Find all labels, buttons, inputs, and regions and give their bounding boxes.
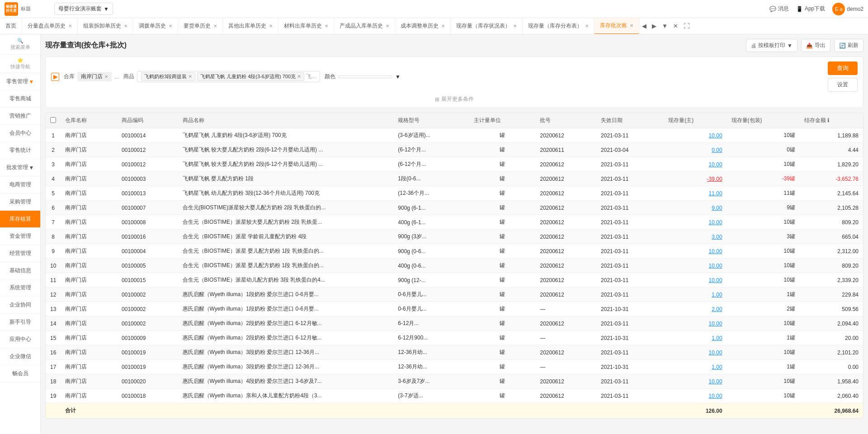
row-qty-main[interactable]: 1.00 — [664, 288, 726, 302]
wholesale-chevron-icon: ▼ — [29, 165, 34, 171]
sidebar-item-purchase[interactable]: 采购管理 — [0, 193, 40, 211]
row-code: 00100005 — [117, 259, 178, 273]
tab-3[interactable]: 调拨单历史 ✕ — [133, 18, 178, 34]
sidebar-item-retail-management[interactable]: 零售管理 ▼ — [0, 73, 40, 90]
tab-7[interactable]: 产成品入库单历史 ✕ — [334, 18, 395, 34]
tab-10-close[interactable]: ✕ — [585, 24, 589, 28]
quick-icon: ⭐ — [17, 57, 24, 63]
tab-6[interactable]: 材料出库单历史 ✕ — [278, 18, 334, 34]
product-chip-1-close[interactable]: ✕ — [188, 74, 192, 80]
template-print-button[interactable]: 🖨 按模板打印 ▼ — [746, 39, 797, 52]
sidebar-item-guide[interactable]: 新手引导 — [0, 314, 40, 331]
row-qty-main[interactable]: 10.00 — [664, 128, 726, 143]
tab-7-close[interactable]: ✕ — [386, 24, 389, 28]
table-wrap: 仓库名称 商品编码 商品名称 规格型号 主计量单位 批号 失效日期 现存量(主)… — [45, 113, 863, 419]
sidebar-item-marketing[interactable]: 营销推广 — [0, 108, 40, 125]
export-button[interactable]: 📤 导出 — [801, 39, 830, 52]
sidebar-item-basic[interactable]: 基础信息 — [0, 262, 40, 279]
nav-selector[interactable]: 母婴行业演示账套 ▼ — [54, 3, 113, 15]
expand-more-button[interactable]: ⊞ 展开更多条件 — [435, 95, 474, 103]
tab-1-close[interactable]: ✕ — [68, 24, 72, 28]
tab-nav-right[interactable]: ▶ — [649, 18, 659, 34]
sidebar-item-retail-stats[interactable]: 零售统计 — [0, 142, 40, 159]
tab-active[interactable]: 库存批次账 ✕ — [594, 18, 639, 34]
sidebar-item-wechat[interactable]: 企业微信 — [0, 348, 40, 365]
product-chip-2[interactable]: 飞鹤星飞帆 儿童奶粉 4段(3-6岁适用) 700克 ✕ — [197, 72, 304, 81]
user-area[interactable]: E a demo2 — [832, 3, 863, 15]
sidebar-item-finance[interactable]: 资金管理 — [0, 228, 40, 245]
select-all-checkbox[interactable] — [50, 117, 56, 123]
sidebar-item-ecommerce[interactable]: 电商管理 — [0, 176, 40, 193]
tab-6-close[interactable]: ✕ — [325, 24, 328, 28]
row-qty-pack: 1罐 — [727, 331, 800, 345]
messages-button[interactable]: 💬 消息 — [769, 5, 789, 13]
tab-4[interactable]: 要货单历史 ✕ — [178, 18, 223, 34]
row-qty-main[interactable]: 10.00 — [664, 389, 726, 403]
sidebar-item-collab[interactable]: 企业协同 — [0, 297, 40, 314]
filter-expand-arrow[interactable]: ▶ — [51, 73, 59, 81]
sidebar-item-vip[interactable]: 畅会员 — [0, 365, 40, 382]
row-batch: 20200612 — [535, 288, 596, 302]
app-download-button[interactable]: 📱 App下载 — [796, 5, 825, 13]
row-qty-main[interactable]: 10.00 — [664, 273, 726, 288]
tab-8[interactable]: 成本调整单历史 ✕ — [395, 18, 451, 34]
row-qty-main[interactable]: 10.00 — [664, 244, 726, 259]
row-qty-main[interactable]: -39.00 — [664, 172, 726, 186]
product-chip-2-close[interactable]: ✕ — [297, 74, 301, 80]
row-qty-main[interactable]: 2.00 — [664, 302, 726, 316]
row-spec: (12-36个月... — [393, 186, 469, 201]
row-qty-main[interactable]: 0.00 — [664, 143, 726, 157]
sidebar-item-inventory[interactable]: 库存核算 — [0, 211, 40, 228]
row-qty-main[interactable]: 11.00 — [664, 186, 726, 201]
sidebar-item-app-center[interactable]: 应用中心 — [0, 331, 40, 348]
row-batch: — — [535, 360, 596, 374]
sidebar-item-system[interactable]: 系统管理 — [0, 279, 40, 297]
tab-8-close[interactable]: ✕ — [441, 24, 445, 28]
table-row: 13 南岸门店 00100002 惠氏启醒（Wyeth illuma）1段奶粉 … — [46, 302, 863, 316]
tab-9-close[interactable]: ✕ — [513, 24, 517, 28]
sidebar-quick[interactable]: ⭐ 快捷导航 — [0, 55, 40, 73]
settings-button[interactable]: 设置 — [828, 78, 858, 92]
row-qty-main[interactable]: 1.00 — [664, 331, 726, 345]
sidebar-item-operations[interactable]: 经营管理 — [0, 245, 40, 262]
tab-1[interactable]: 分量盘点单历史 ✕ — [22, 18, 78, 34]
row-qty-main[interactable]: 3.00 — [664, 230, 726, 244]
query-button[interactable]: 查询 — [828, 61, 858, 75]
tab-nav-left[interactable]: ◀ — [639, 18, 649, 34]
tab-9[interactable]: 现存量（库存状况表） ✕ — [451, 18, 523, 34]
product-more[interactable]: 飞... — [306, 73, 316, 80]
tab-10[interactable]: 现存量（库存分布表） ✕ — [523, 18, 594, 34]
sidebar-item-wholesale[interactable]: 批发管理 ▼ — [0, 159, 40, 176]
sidebar-search[interactable]: 🔍 搜索菜单 — [0, 34, 40, 55]
refresh-button[interactable]: 🔄 刷新 — [834, 39, 863, 52]
tab-close-all[interactable]: ✕ — [670, 18, 681, 34]
warehouse-tag-close[interactable]: ✕ — [104, 74, 108, 79]
tab-fullscreen[interactable]: ⛶ — [681, 18, 692, 34]
product-chip-1[interactable]: 飞鹤奶粉3段两提装 ✕ — [141, 72, 195, 81]
tab-2-close[interactable]: ✕ — [124, 24, 127, 28]
warehouse-more[interactable]: ... — [114, 74, 119, 80]
tab-active-close[interactable]: ✕ — [630, 23, 633, 28]
row-qty-main[interactable]: 1.00 — [664, 360, 726, 374]
row-qty-main[interactable]: 10.00 — [664, 157, 726, 172]
row-qty-main[interactable]: 10.00 — [664, 345, 726, 360]
row-qty-main[interactable]: 10.00 — [664, 316, 726, 331]
row-qty-main[interactable]: 10.00 — [664, 215, 726, 230]
row-expire: 2021-03-11 — [596, 389, 664, 403]
sidebar-item-retail-shop[interactable]: 零售商城 — [0, 90, 40, 108]
row-qty-main[interactable]: 9.00 — [664, 201, 726, 215]
tab-5[interactable]: 其他出库单历史 ✕ — [223, 18, 278, 34]
warehouse-tag[interactable]: 南岸门店 ✕ — [77, 72, 112, 81]
color-filter-input[interactable] — [338, 75, 392, 78]
tab-2[interactable]: 组装拆卸单历史 ✕ — [78, 18, 133, 34]
tab-5-close[interactable]: ✕ — [269, 24, 273, 28]
tab-3-close[interactable]: ✕ — [169, 24, 172, 28]
tab-home[interactable]: 首页 — [0, 18, 22, 34]
row-qty-main[interactable]: 10.00 — [664, 374, 726, 389]
product-filter-input[interactable]: 飞鹤奶粉3段两提装 ✕ 飞鹤星飞帆 儿童奶粉 4段(3-6岁适用) 700克 ✕… — [137, 71, 320, 82]
tab-4-close[interactable]: ✕ — [213, 24, 217, 28]
sidebar-item-member[interactable]: 会员中心 — [0, 125, 40, 142]
sidebar-item-marketing-label: 营销推广 — [9, 113, 31, 119]
tab-nav-menu[interactable]: ▼ — [659, 18, 670, 34]
row-qty-main[interactable]: 10.00 — [664, 259, 726, 273]
